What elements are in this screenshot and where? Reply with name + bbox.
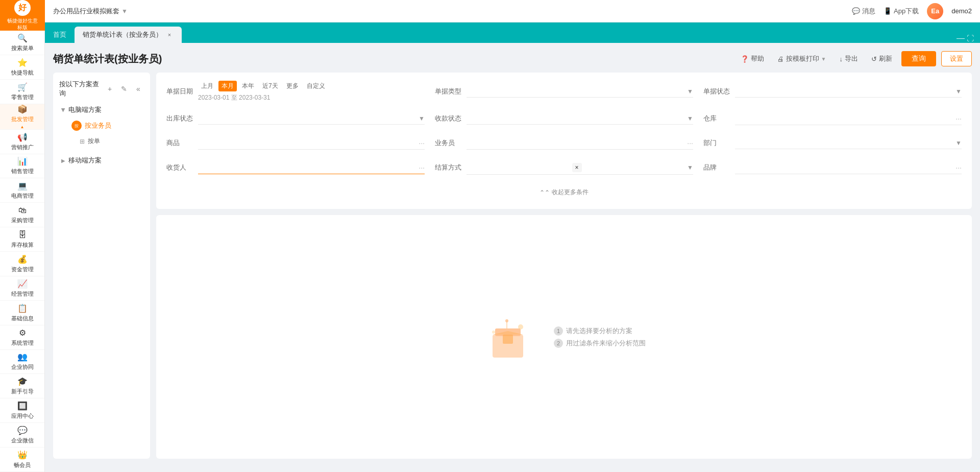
date-tab-this-year[interactable]: 本年 [239, 81, 257, 91]
collapse-up-icon: ⌃⌃ [540, 189, 550, 196]
doc-type-select[interactable]: ▼ [467, 86, 693, 98]
tree-item-by-order[interactable]: ⊞ 按单 [57, 134, 146, 149]
username-label[interactable]: demo2 [951, 7, 972, 15]
download-icon: 📱 [884, 7, 892, 15]
receiver-select[interactable]: ··· [198, 161, 425, 174]
help-button[interactable]: ❓ 帮助 [737, 52, 768, 65]
settlement-badge-close[interactable]: × [575, 164, 579, 171]
filter-item-goods: 商品 ··· [166, 135, 425, 151]
user-avatar[interactable]: Ea [927, 3, 943, 19]
department-select[interactable]: ▼ [735, 137, 962, 149]
tree-item-by-salesperson[interactable]: 按 按业务员 [57, 117, 146, 134]
sales-icon: 📊 [17, 156, 28, 166]
brand-select[interactable]: ··· [735, 161, 962, 174]
tree-desktop-parent[interactable]: ▶ 电脑端方案 [57, 102, 146, 117]
sidebar-item-finance[interactable]: 💰 资金管理 [0, 252, 44, 276]
export-label: 导出 [845, 54, 858, 63]
sidebar-item-ecommerce[interactable]: 💻 电商管理 [0, 178, 44, 203]
print-dropdown-arrow: ▼ [821, 56, 826, 62]
app-download-label: App下载 [894, 7, 919, 16]
goods-dots: ··· [419, 139, 425, 147]
sidebar-finance-label: 资金管理 [11, 266, 34, 273]
date-tab-custom[interactable]: 自定义 [304, 81, 328, 91]
query-button[interactable]: 查询 [901, 51, 936, 66]
sidebar-item-wechat[interactable]: 💬 企业微信 [0, 423, 44, 447]
sidebar-sales-label: 销售管理 [11, 168, 34, 175]
tab-close-button[interactable]: × [165, 31, 174, 39]
sidebar-item-quicknav[interactable]: ⭐ 快捷导航 [0, 55, 44, 80]
collapse-panel-button[interactable]: « [133, 83, 144, 95]
app-logo[interactable]: 好 畅捷做好生意 标版 [0, 0, 45, 31]
retail-icon: 🛒 [17, 82, 28, 92]
search-icon: 🔍 [17, 33, 28, 43]
page-header: 销货单统计表(按业务员) ❓ 帮助 🖨 按模板打印 ▼ ↓ 导出 ↺ 刷新 [53, 51, 972, 66]
sidebar-item-search[interactable]: 🔍 搜索菜单 [0, 31, 44, 55]
sidebar-item-purchase[interactable]: 🛍 采购管理 [0, 203, 44, 227]
tree-mobile-arrow: ▶ [61, 158, 65, 163]
sidebar-item-retail[interactable]: 🛒 零售管理 [0, 80, 44, 104]
settlement-select[interactable]: × ▼ [467, 161, 693, 175]
edit-scheme-button[interactable]: ✎ [118, 83, 130, 95]
department-label: 部门 [703, 138, 731, 148]
settings-button[interactable]: 设置 [941, 51, 972, 66]
filter-item-department: 部门 ▼ [703, 135, 962, 151]
sidebar: 好 畅捷做好生意 标版 🔍 搜索菜单 ⭐ 快捷导航 🛒 零售管理 📦 批发管理 … [0, 0, 45, 472]
page-content: 销货单统计表(按业务员) ❓ 帮助 🖨 按模板打印 ▼ ↓ 导出 ↺ 刷新 [45, 43, 980, 472]
wechat-icon: 💬 [17, 426, 28, 435]
sidebar-item-member[interactable]: 👑 畅会员 [0, 447, 44, 472]
app-name: 畅捷做好生意 [7, 17, 38, 24]
tree-mobile-parent[interactable]: ▶ 移动端方案 [57, 153, 146, 168]
warehouse-select[interactable]: ··· [735, 112, 962, 125]
sidebar-item-system[interactable]: ⚙ 系统管理 [0, 325, 44, 350]
collapse-button[interactable]: ⌃⌃ 收起更多条件 [533, 186, 595, 199]
collection-arrow: ▼ [687, 115, 693, 122]
refresh-button[interactable]: ↺ 刷新 [867, 52, 896, 65]
sidebar-item-operations[interactable]: 📈 经营管理 [0, 276, 44, 301]
topbar-account-title[interactable]: 办公用品行业模拟账套 ▼ [53, 7, 128, 16]
date-tab-more[interactable]: 更多 [283, 81, 302, 91]
tab-report[interactable]: 销货单统计表（按业务员） × [75, 27, 182, 43]
right-panel: 单据日期 上月 本月 本年 近7天 更多 自定义 20 [156, 73, 972, 459]
message-action[interactable]: 💬 消息 [852, 7, 875, 16]
sidebar-item-basic-info[interactable]: 📋 基础信息 [0, 301, 44, 325]
date-tab-last-month[interactable]: 上月 [198, 81, 216, 91]
sidebar-item-wholesale[interactable]: 📦 批发管理 ▲ [0, 104, 44, 130]
date-filter-control: 上月 本月 本年 近7天 更多 自定义 2023-03-01 至 2023-03… [198, 81, 425, 102]
maximize-window-button[interactable]: ⛶ [967, 34, 974, 42]
salesperson-select[interactable]: ··· [467, 137, 693, 150]
date-tab-7days[interactable]: 近7天 [259, 81, 281, 91]
filter-row-3: 商品 ··· 业务员 ··· [166, 135, 962, 151]
sidebar-item-inventory[interactable]: 🗄 库存核算 [0, 227, 44, 252]
sidebar-item-guide[interactable]: 🎓 新手引导 [0, 374, 44, 398]
order-sub-icon: ⊞ [80, 138, 85, 145]
empty-state: 1 请先选择要分析的方案 2 用过滤条件来缩小分析范围 [156, 215, 972, 459]
sidebar-item-sales[interactable]: 📊 销售管理 [0, 154, 44, 179]
sidebar-item-enterprise[interactable]: 👥 企业协同 [0, 350, 44, 374]
left-panel-title: 按以下方案查询 [59, 80, 104, 98]
settlement-label: 结算方式 [435, 163, 462, 172]
doc-status-select[interactable]: ▼ [735, 86, 962, 98]
sidebar-item-appcenter[interactable]: 🔲 应用中心 [0, 398, 44, 423]
sidebar-basicinfo-label: 基础信息 [11, 315, 34, 322]
sidebar-item-marketing[interactable]: 📢 营销推广 [0, 130, 44, 154]
app-download-action[interactable]: 📱 App下载 [884, 7, 919, 16]
left-panel: 按以下方案查询 + ✎ « ▶ [53, 73, 150, 459]
outbound-select[interactable]: ▼ [198, 113, 425, 125]
add-scheme-button[interactable]: + [104, 83, 115, 95]
minimize-window-button[interactable]: — [957, 34, 965, 43]
left-panel-header: 按以下方案查询 + ✎ « [53, 78, 150, 102]
collection-select[interactable]: ▼ [467, 113, 693, 125]
export-button[interactable]: ↓ 导出 [836, 52, 863, 65]
sidebar-system-label: 系统管理 [11, 339, 34, 347]
date-tab-this-month[interactable]: 本月 [218, 81, 237, 91]
sidebar-inventory-label: 库存核算 [11, 241, 34, 249]
sidebar-appcenter-label: 应用中心 [11, 412, 34, 420]
app-sub: 标版 [17, 24, 28, 31]
tree-salesperson-label: 按业务员 [85, 121, 111, 130]
filter-item-brand: 品牌 ··· [703, 159, 962, 176]
print-button[interactable]: 🖨 按模板打印 ▼ [773, 52, 830, 65]
left-panel-actions: + ✎ « [104, 83, 144, 95]
tab-home[interactable]: 首页 [45, 27, 75, 43]
goods-select[interactable]: ··· [198, 137, 425, 150]
refresh-label: 刷新 [879, 54, 892, 63]
